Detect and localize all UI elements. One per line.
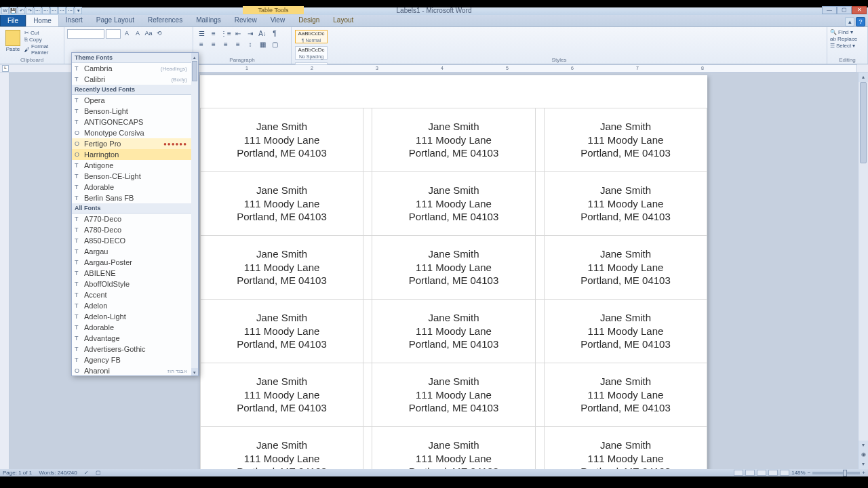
font-option-aargau[interactable]: TAargau: [72, 246, 191, 257]
font-dropdown[interactable]: Theme FontsTCambria(Headings)TCalibri(Bo…: [71, 52, 199, 376]
web-layout-view-icon[interactable]: [757, 470, 766, 476]
font-option-calibri[interactable]: TCalibri(Body): [72, 74, 191, 85]
label-cell[interactable]: Jane Smith111 Moody LanePortland, ME 041…: [372, 427, 535, 470]
minimize-button[interactable]: —: [822, 6, 837, 14]
label-cell[interactable]: Jane Smith111 Moody LanePortland, ME 041…: [544, 172, 707, 236]
font-option-abilene[interactable]: TABILENE: [72, 268, 191, 279]
zoom-slider[interactable]: [812, 472, 860, 474]
style---normal[interactable]: AaBbCcDc¶ Normal: [295, 30, 328, 43]
font-option-a850-deco[interactable]: TA850-DECO: [72, 235, 191, 246]
font-option-fertigo-pro[interactable]: OFertigo Pro●●●●●●: [72, 138, 191, 149]
find-button[interactable]: 🔍 Find ▾: [830, 29, 865, 35]
label-cell[interactable]: Jane Smith111 Moody LanePortland, ME 041…: [544, 236, 707, 300]
qat-icon[interactable]: ⋯: [42, 7, 50, 14]
tab-view[interactable]: View: [264, 14, 292, 26]
label-cell[interactable]: Jane Smith111 Moody LanePortland, ME 041…: [372, 300, 535, 363]
select-button[interactable]: ☰ Select ▾: [830, 43, 865, 49]
increase-indent-icon[interactable]: ⇥: [245, 30, 256, 39]
scroll-up-icon[interactable]: ▴: [191, 53, 198, 60]
tab-mailings[interactable]: Mailings: [189, 14, 228, 26]
font-option-antigonecaps[interactable]: TANTIGONECAPS: [72, 117, 191, 127]
font-option-adorable[interactable]: TAdorable: [72, 322, 191, 333]
macro-icon[interactable]: ▢: [96, 470, 101, 476]
zoom-out-button[interactable]: −: [808, 470, 811, 476]
font-option-advertisers-gothic[interactable]: TAdvertisers-Gothic: [72, 344, 191, 354]
grow-font-icon[interactable]: A: [122, 29, 132, 39]
change-case-icon[interactable]: Aa: [144, 29, 153, 39]
document-page[interactable]: Jane Smith111 Moody LanePortland, ME 041…: [200, 75, 707, 469]
scrollbar-thumb[interactable]: [860, 82, 867, 163]
tab-review[interactable]: Review: [228, 14, 264, 26]
zoom-level[interactable]: 148%: [791, 470, 805, 476]
help-icon[interactable]: ?: [856, 17, 865, 26]
font-option-adelon-light[interactable]: TAdelon-Light: [72, 311, 191, 322]
label-cell[interactable]: Jane Smith111 Moody LanePortland, ME 041…: [201, 363, 363, 427]
label-cell[interactable]: Jane Smith111 Moody LanePortland, ME 041…: [544, 108, 707, 172]
horizontal-ruler[interactable]: 12345678: [180, 64, 857, 73]
scrollbar-thumb[interactable]: [192, 61, 197, 81]
tab-design[interactable]: Design: [292, 14, 326, 26]
shrink-font-icon[interactable]: A: [133, 29, 142, 39]
file-tab[interactable]: File: [0, 14, 26, 26]
font-option-berlin-sans-fb[interactable]: TBerlin Sans FB: [72, 192, 191, 203]
label-cell[interactable]: Jane Smith111 Moody LanePortland, ME 041…: [372, 172, 535, 236]
words-status[interactable]: Words: 240/240: [39, 470, 77, 476]
font-dropdown-scrollbar[interactable]: ▴ ▾: [191, 53, 198, 375]
bullets-icon[interactable]: ☰: [196, 30, 207, 39]
qat-icon[interactable]: ⋯: [66, 7, 74, 14]
page-status[interactable]: Page: 1 of 1: [3, 470, 32, 476]
align-left-icon[interactable]: ≡: [196, 41, 207, 50]
label-cell[interactable]: Jane Smith111 Moody LanePortland, ME 041…: [372, 108, 535, 172]
label-cell[interactable]: Jane Smith111 Moody LanePortland, ME 041…: [201, 300, 363, 363]
font-name-input[interactable]: [67, 29, 104, 39]
tab-page-layout[interactable]: Page Layout: [90, 14, 141, 26]
label-cell[interactable]: Jane Smith111 Moody LanePortland, ME 041…: [201, 427, 363, 470]
clear-formatting-icon[interactable]: ⟲: [155, 29, 164, 39]
print-layout-view-icon[interactable]: [734, 470, 743, 476]
replace-button[interactable]: ab Replace: [830, 36, 865, 42]
line-spacing-icon[interactable]: ↕: [245, 41, 256, 50]
font-option-monotype-corsiva[interactable]: OMonotype Corsiva: [72, 127, 191, 138]
next-page-icon[interactable]: ▾: [859, 460, 868, 469]
redo-icon[interactable]: ↷: [26, 7, 33, 14]
font-option-a770-deco[interactable]: TA770-Deco: [72, 214, 191, 224]
multilevel-icon[interactable]: ⋮≡: [220, 30, 231, 39]
close-button[interactable]: ✕: [852, 6, 867, 14]
font-size-input[interactable]: [106, 29, 121, 39]
tab-insert[interactable]: Insert: [59, 14, 90, 26]
qat-icon[interactable]: ⋯: [34, 7, 41, 14]
justify-icon[interactable]: ≡: [233, 41, 243, 50]
numbering-icon[interactable]: ≡: [208, 30, 219, 39]
font-option-advantage[interactable]: TAdvantage: [72, 333, 191, 344]
label-cell[interactable]: Jane Smith111 Moody LanePortland, ME 041…: [372, 363, 535, 427]
maximize-button[interactable]: ▢: [837, 6, 852, 14]
font-option-adelon[interactable]: TAdelon: [72, 300, 191, 311]
format-painter-button[interactable]: 🖌 Format Painter: [24, 43, 64, 56]
sort-icon[interactable]: A↓: [257, 30, 268, 39]
show-marks-icon[interactable]: ¶: [269, 30, 280, 39]
qat-icon[interactable]: ⋯: [58, 7, 66, 14]
font-option-aargau-poster[interactable]: TAargau-Poster: [72, 257, 191, 268]
scroll-down-icon[interactable]: ▾: [191, 368, 198, 375]
align-center-icon[interactable]: ≡: [208, 41, 219, 50]
font-option-harrington[interactable]: OHarrington: [72, 149, 191, 160]
zoom-thumb[interactable]: [843, 470, 847, 476]
label-cell[interactable]: Jane Smith111 Moody LanePortland, ME 041…: [544, 363, 707, 427]
font-option-cambria[interactable]: TCambria(Headings): [72, 63, 191, 74]
cut-button[interactable]: ✂ Cut: [24, 30, 64, 36]
minimize-ribbon-icon[interactable]: ▴: [845, 17, 854, 26]
word-icon[interactable]: W: [1, 7, 9, 14]
tab-home[interactable]: Home: [26, 14, 59, 26]
draft-view-icon[interactable]: [780, 470, 789, 476]
font-option-opera[interactable]: TOpera: [72, 95, 191, 106]
label-cell[interactable]: Jane Smith111 Moody LanePortland, ME 041…: [201, 236, 363, 300]
copy-button[interactable]: ⎘ Copy: [24, 37, 64, 43]
qat-dropdown-icon[interactable]: ▾: [75, 7, 82, 14]
scroll-up-icon[interactable]: ▴: [859, 73, 868, 82]
tab-layout[interactable]: Layout: [326, 14, 360, 26]
label-cell[interactable]: Jane Smith111 Moody LanePortland, ME 041…: [544, 427, 707, 470]
font-option-adorable[interactable]: TAdorable: [72, 182, 191, 192]
undo-icon[interactable]: ↶: [18, 7, 25, 14]
font-option-aboffoldstyle[interactable]: TAboffOldStyle: [72, 279, 191, 289]
shading-icon[interactable]: ▦: [257, 41, 268, 50]
